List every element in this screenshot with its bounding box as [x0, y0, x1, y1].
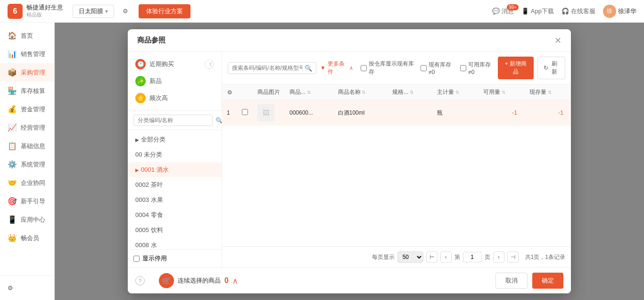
sidebar-item-guide[interactable]: 🎯 新手引导	[0, 192, 54, 210]
more-conditions-button[interactable]: ▼ 更多条件 ∧	[320, 60, 353, 76]
experience-button[interactable]: 体验行业方案	[139, 4, 190, 18]
img-placeholder-icon: 🖼	[263, 109, 269, 117]
stock-nonzero-input[interactable]	[421, 65, 427, 71]
add-product-button[interactable]: + 新增商品	[498, 57, 533, 79]
first-page-button[interactable]: ⊢	[426, 251, 438, 263]
sidebar-item-finance[interactable]: 💰 资金管理	[0, 100, 54, 118]
collab-icon: 🤝	[8, 178, 17, 187]
sidebar-item-purchase[interactable]: 📦 采购管理	[0, 63, 54, 82]
help-icon[interactable]: ?	[135, 276, 145, 285]
page-size-select[interactable]: 50 100 200	[397, 251, 423, 263]
confirm-button[interactable]: 确定	[532, 273, 563, 289]
last-page-button[interactable]: ⊣	[507, 251, 519, 263]
table-row[interactable]: 1 🖼 000600... 白酒100ml	[222, 100, 571, 125]
cat-drinks[interactable]: 0005 饮料	[128, 223, 222, 238]
modal-header: 商品参照 ✕	[128, 29, 571, 52]
stock-nonzero-check[interactable]: 现有库存≠0	[421, 61, 454, 75]
sidebar-item-collab[interactable]: 🤝 企业协同	[0, 174, 54, 192]
support-nav[interactable]: 🎧 在线客服	[561, 7, 595, 16]
warehouse-stock-input[interactable]	[361, 65, 367, 71]
refresh-button[interactable]: ↻ 刷新	[537, 57, 565, 79]
home-icon: 🏠	[8, 31, 17, 40]
sidebar-label-finance: 资金管理	[21, 105, 45, 114]
td-spec	[388, 100, 432, 125]
available-nonzero-check[interactable]: 可用库存≠0	[460, 61, 494, 75]
high-frequency[interactable]: ⭐ 频次高	[128, 90, 222, 107]
th-unit[interactable]: 主计量	[432, 84, 479, 100]
modal-overlay: 商品参照 ✕ 🕐 近期购买 《	[55, 23, 644, 300]
sidebar-item-operations[interactable]: 📈 经营管理	[0, 118, 54, 137]
th-code[interactable]: 商品...	[285, 84, 333, 100]
modal-close-button[interactable]: ✕	[554, 36, 561, 45]
cart-collapse-icon[interactable]: ∧	[232, 276, 238, 285]
cat-tea-label: 0002 茶叶	[135, 181, 163, 189]
sidebar-item-apps[interactable]: 📱 应用中心	[0, 210, 54, 229]
product-thumbnail: 🖼	[257, 104, 274, 121]
sidebar-label-inventory: 库存核算	[21, 87, 45, 95]
warehouse-stock-check[interactable]: 按仓库显示现有库存	[361, 60, 415, 76]
cat-tea[interactable]: 0002 茶叶	[128, 177, 222, 192]
cart-label: 连续选择的商品	[178, 276, 221, 285]
td-check[interactable]	[237, 100, 253, 125]
chevron-down-icon: ▾	[105, 8, 108, 15]
cart-area: 🛒 连续选择的商品 0 ∧	[159, 273, 238, 288]
product-table: ⚙ 商品图片 商品... 商品名称 规格... 主计量 可用量 现存量	[222, 84, 571, 125]
sidebar-item-member[interactable]: 👑 畅会员	[0, 229, 54, 247]
cat-liquor[interactable]: ▶ 0001 酒水	[128, 162, 222, 177]
logo-text: 畅捷通好生意 精品版	[26, 4, 63, 19]
nav-right: 💬 消息 99+ 📱 App下载 🎧 在线客服 徐 徐泽华	[492, 5, 636, 18]
next-page-button[interactable]: ›	[493, 251, 504, 263]
sidebar-bottom: ⚙	[0, 275, 54, 300]
modal-body: 🕐 近期购买 《 ✨ 新品 ⭐ 频次高	[128, 52, 571, 267]
page-number-input[interactable]	[463, 252, 482, 262]
messages-nav[interactable]: 💬 消息 99+	[492, 7, 514, 16]
th-stock[interactable]: 现存量	[525, 84, 571, 100]
sidebar-label-collab: 企业协同	[21, 179, 45, 187]
row-checkbox[interactable]	[242, 109, 248, 115]
th-name[interactable]: 商品名称	[333, 84, 388, 100]
gear-icon: ⚙	[8, 284, 13, 292]
recent-purchases[interactable]: 🕐 近期购买 《	[128, 56, 222, 73]
category-search-icon[interactable]: 🔍	[215, 117, 222, 124]
cat-water[interactable]: 0008 水	[128, 238, 222, 249]
sidebar-item-inventory[interactable]: 🏪 库存核算	[0, 82, 54, 100]
td-available: -1	[479, 100, 525, 125]
product-search-input[interactable]	[232, 65, 303, 71]
sidebar-item-system[interactable]: ⚙️ 系统管理	[0, 155, 54, 174]
new-products[interactable]: ✨ 新品	[128, 73, 222, 90]
th-spec[interactable]: 规格...	[388, 84, 432, 100]
sidebar-label-system: 系统管理	[21, 160, 45, 169]
sidebar-item-home[interactable]: 🏠 首页	[0, 26, 54, 45]
sidebar-item-basic[interactable]: 📋 基础信息	[0, 137, 54, 155]
search-icon[interactable]: 🔍	[305, 65, 312, 72]
prev-page-button[interactable]: ‹	[440, 251, 452, 263]
cat-drinks-label: 0005 饮料	[135, 226, 163, 234]
settings-icon[interactable]: ⚙	[118, 4, 133, 19]
td-name: 白酒100ml	[333, 100, 388, 125]
collapse-button[interactable]: 《	[205, 59, 214, 69]
guide-icon: 🎯	[8, 197, 17, 206]
main-content: 商品参照 ✕ 🕐 近期购买 《	[55, 23, 644, 300]
avatar: 徐	[603, 5, 616, 18]
th-gear[interactable]: ⚙	[222, 84, 237, 100]
th-available[interactable]: 可用量	[479, 84, 525, 100]
cat-unclassified-label: 00 未分类	[135, 150, 162, 159]
sales-icon: 📊	[8, 50, 17, 58]
cat-fruit[interactable]: 0003 水果	[128, 192, 222, 208]
cat-unclassified[interactable]: 00 未分类	[128, 147, 222, 162]
cat-all[interactable]: ▶ 全部分类	[128, 132, 222, 147]
cart-icon[interactable]: 🛒	[159, 273, 174, 288]
username-label: 徐泽华	[618, 7, 636, 16]
available-nonzero-input[interactable]	[460, 65, 466, 71]
sidebar-settings-btn[interactable]: ⚙	[0, 280, 54, 296]
filter-icon: ▼	[320, 65, 326, 71]
user-nav[interactable]: 徐 徐泽华	[603, 5, 636, 18]
app-download-nav[interactable]: 📱 App下载	[521, 7, 554, 16]
category-search-input[interactable]	[133, 115, 213, 126]
show-disabled-checkbox[interactable]	[133, 256, 140, 262]
sidebar-item-sales[interactable]: 📊 销售管理	[0, 45, 54, 63]
cat-snacks[interactable]: 0004 零食	[128, 208, 222, 223]
modal-left-panel: 🕐 近期购买 《 ✨ 新品 ⭐ 频次高	[128, 52, 222, 267]
store-selector[interactable]: 日太阳膜 ▾	[73, 5, 114, 18]
cancel-button[interactable]: 取消	[495, 273, 528, 289]
